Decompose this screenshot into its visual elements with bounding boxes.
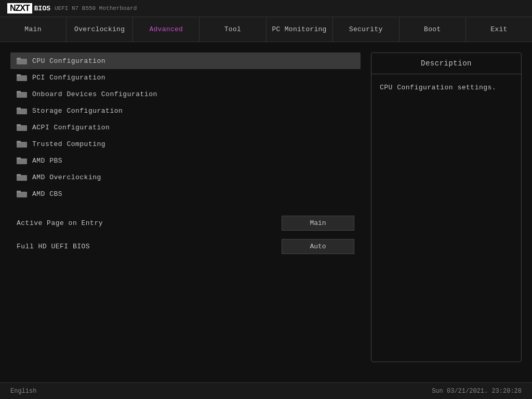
footer-language: English (10, 388, 36, 395)
nav-item-tool[interactable]: Tool (200, 17, 266, 42)
nav-item-security[interactable]: Security (333, 17, 400, 42)
menu-item-storage-config[interactable]: Storage Configuration (10, 102, 361, 119)
description-panel: Description CPU Configuration settings. (371, 52, 522, 362)
menu-item-amd-overclocking[interactable]: AMD Overclocking (10, 169, 361, 185)
svg-rect-5 (17, 91, 21, 93)
menu-list: CPU Configuration PCI Configuration Onbo… (10, 52, 361, 202)
menu-item-trusted-computing[interactable]: Trusted Computing (10, 136, 361, 152)
folder-icon (17, 140, 27, 148)
menu-item-amd-cbs[interactable]: AMD CBS (10, 185, 361, 202)
menu-item-amd-pbs[interactable]: AMD PBS (10, 152, 361, 169)
menu-item-label: AMD Overclocking (32, 174, 101, 181)
setting-row-full-hd-uefi: Full HD UEFI BIOSAuto (10, 237, 361, 256)
setting-value-active-page[interactable]: Main (282, 216, 354, 231)
setting-label-active-page: Active Page on Entry (17, 219, 103, 227)
menu-item-label: CPU Configuration (32, 57, 105, 65)
folder-icon (17, 73, 27, 82)
nav-bar: MainOverclockingAdvancedToolPC Monitorin… (0, 17, 532, 42)
menu-item-label: ACPI Configuration (32, 124, 110, 131)
setting-row-active-page: Active Page on EntryMain (10, 214, 361, 233)
description-body: CPU Configuration settings. (371, 74, 521, 101)
svg-rect-3 (17, 74, 21, 76)
main-content: CPU Configuration PCI Configuration Onbo… (0, 42, 532, 373)
svg-rect-15 (17, 174, 21, 176)
folder-icon (17, 190, 27, 198)
menu-item-onboard-devices[interactable]: Onboard Devices Configuration (10, 86, 361, 102)
description-title: Description (371, 53, 521, 74)
brand-logo: NZXT (7, 3, 32, 14)
footer: English Sun 03/21/2021. 23:20:28 (0, 382, 532, 399)
svg-rect-17 (17, 191, 21, 193)
menu-item-acpi-config[interactable]: ACPI Configuration (10, 119, 361, 136)
menu-item-label: Trusted Computing (32, 140, 105, 148)
nav-item-overclocking[interactable]: Overclocking (66, 17, 133, 42)
nav-item-boot[interactable]: Boot (400, 17, 466, 42)
nav-item-exit[interactable]: Exit (466, 17, 532, 42)
brand-subtitle: UEFI N7 B550 Motherboard (55, 5, 137, 11)
folder-icon (17, 57, 27, 65)
menu-item-label: PCI Configuration (32, 74, 105, 82)
nav-item-advanced[interactable]: Advanced (133, 17, 200, 42)
brand: NZXT BIOS UEFI N7 B550 Motherboard (7, 3, 137, 14)
nav-item-main[interactable]: Main (0, 17, 66, 42)
setting-label-full-hd-uefi: Full HD UEFI BIOS (17, 243, 90, 250)
svg-rect-9 (17, 124, 21, 126)
folder-icon (17, 107, 27, 115)
menu-item-cpu-config[interactable]: CPU Configuration (10, 52, 361, 69)
left-panel: CPU Configuration PCI Configuration Onbo… (10, 52, 361, 362)
header: NZXT BIOS UEFI N7 B550 Motherboard (0, 0, 532, 17)
svg-rect-7 (17, 108, 21, 110)
menu-item-pci-config[interactable]: PCI Configuration (10, 69, 361, 86)
folder-icon (17, 156, 27, 165)
nav-item-pc-monitoring[interactable]: PC Monitoring (267, 17, 333, 42)
menu-item-label: Onboard Devices Configuration (32, 90, 157, 98)
folder-icon (17, 90, 27, 98)
svg-rect-13 (17, 157, 21, 159)
menu-item-label: AMD PBS (32, 157, 62, 165)
svg-rect-11 (17, 141, 21, 143)
footer-datetime: Sun 03/21/2021. 23:20:28 (432, 388, 522, 395)
brand-bios: BIOS (34, 5, 50, 12)
svg-rect-1 (17, 58, 21, 60)
settings-rows: Active Page on EntryMainFull HD UEFI BIO… (10, 214, 361, 256)
menu-item-label: Storage Configuration (32, 107, 123, 115)
folder-icon (17, 173, 27, 181)
menu-item-label: AMD CBS (32, 190, 62, 198)
setting-value-full-hd-uefi[interactable]: Auto (282, 239, 354, 254)
folder-icon (17, 123, 27, 131)
